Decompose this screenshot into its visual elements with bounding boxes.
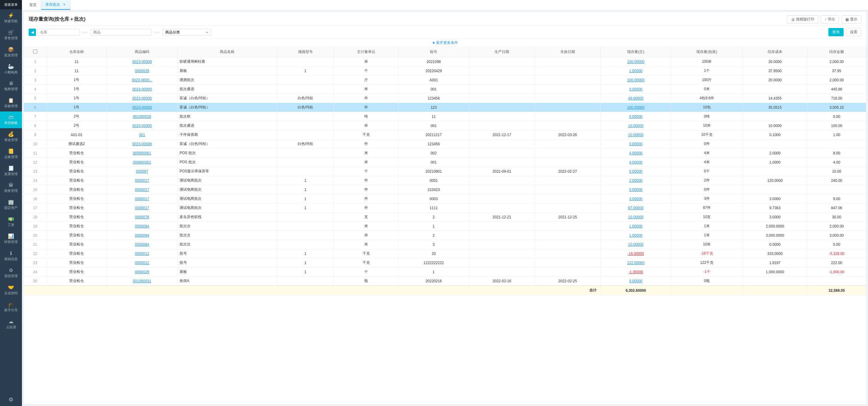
row-product-code[interactable]: 0023-00005 <box>106 94 178 103</box>
row-product-code[interactable]: 0000084 <box>106 222 178 231</box>
table-row[interactable]: 13 营业检仓 000097 POS显示率保异常 个 20210901 2021… <box>24 167 866 176</box>
product-input[interactable] <box>91 29 152 36</box>
row-qty-main[interactable]: 4.00000 <box>600 158 671 167</box>
table-row[interactable]: 17 营业检仓 0000017 测试电商批次 1 件 1111 87.00000… <box>24 203 866 212</box>
display-button[interactable]: ▦ 显示 <box>841 15 861 24</box>
row-qty-main[interactable]: 2.00000 <box>600 176 671 185</box>
table-row[interactable]: 4 1号 0023-00005 批次遴选 米 001 0.00000 0米 44… <box>24 85 866 94</box>
row-qty-main[interactable]: 10.00000 <box>600 212 671 222</box>
row-product-code[interactable]: 001000031 <box>106 276 178 286</box>
sidebar-item-purchase[interactable]: 📋 采购管理 <box>0 94 22 111</box>
row-product-code[interactable]: 0023-0000... <box>106 75 178 85</box>
row-qty-main[interactable]: 1.00000 <box>600 222 671 231</box>
table-row[interactable]: 7 2号 001000026 批次框 吨 11 0.00000 0吨 0.00 <box>24 112 866 121</box>
table-row[interactable]: 19 营业检仓 0000084 批次次 米 1 1.00000 1米 2,000… <box>24 222 866 231</box>
sidebar-item-wholesale[interactable]: 📦 批发管理 <box>0 43 22 61</box>
row-product-code[interactable]: 0000029 <box>106 267 178 276</box>
row-product-code[interactable]: 0023-00009 <box>106 57 178 66</box>
row-product-code[interactable]: 001 <box>106 130 178 139</box>
row-product-code[interactable]: 0000017 <box>106 194 178 203</box>
row-product-code[interactable]: 0000078 <box>106 212 178 222</box>
row-product-code[interactable]: 000097 <box>106 167 178 176</box>
sidebar-item-finance[interactable]: 💰 资金管理 <box>0 128 22 145</box>
sidebar-item-cloud[interactable]: ☁ 云应用 <box>0 315 22 333</box>
row-product-code[interactable]: 0000017 <box>106 176 178 185</box>
table-row[interactable]: 2 11 0000029 展板 1 个 20220429 1.00000 1个 … <box>24 66 866 75</box>
table-row[interactable]: 9 A01-01 001 子件保质期 千克 20211217 2021-12-1… <box>24 130 866 139</box>
sidebar-item-ecommerce-small[interactable]: 🦢 小鹅电商 <box>0 61 22 78</box>
sidebar-item-fixed-assets[interactable]: 🏢 固定资产 <box>0 196 22 213</box>
row-qty-main[interactable]: 0.00000 <box>600 139 671 149</box>
table-row[interactable]: 1 11 0023-00009 软硬通用树柱塞 米 2021098 100.00… <box>24 57 866 66</box>
table-row[interactable]: 3 1号 0023-0000... 测测批次 斤 A001 100.00000 … <box>24 75 866 85</box>
expand-conditions-btn[interactable]: ▼ 展开更多条件 <box>432 40 458 45</box>
table-row[interactable]: 5 1号 0023-00005 富诚（白色/珂桂） 白色/珂桂 件 123456… <box>24 94 866 103</box>
row-product-code[interactable]: 0000012 <box>106 249 178 258</box>
row-product-code[interactable]: 000900001 <box>106 149 178 158</box>
row-qty-main[interactable]: 100.00000 <box>600 103 671 112</box>
row-qty-main[interactable]: 122.00000 <box>600 258 671 267</box>
row-qty-main[interactable]: -1.00000 <box>600 267 671 276</box>
filter-collapse-btn[interactable]: ◀ <box>29 29 36 36</box>
table-row[interactable]: 20 营业检仓 0000084 批次次 米 2 1.00000 1米 3,000… <box>24 231 866 240</box>
row-product-code[interactable]: 0000084 <box>106 231 178 240</box>
row-product-code[interactable]: 0000017 <box>106 203 178 212</box>
row-product-code[interactable]: 0023-00005 <box>106 85 178 94</box>
row-qty-main[interactable]: 1.00000 <box>600 66 671 75</box>
row-qty-main[interactable]: 3.00000 <box>600 194 671 203</box>
row-qty-main[interactable]: 49.60000 <box>600 94 671 103</box>
table-row[interactable]: 25 营业检仓 001000031 鱼饵A 瓶 20220216 2022-02… <box>24 276 866 286</box>
row-qty-main[interactable]: 10.00000 <box>600 130 671 139</box>
sidebar-item-quicknav[interactable]: ⚡ 快捷导航 <box>0 9 22 27</box>
table-row[interactable]: 16 营业检仓 0000017 测试电商批次 1 件 0003 3.00000 … <box>24 194 866 203</box>
table-row[interactable]: 8 2号 0023-00005 批次遴选 米 001 10.00000 10米 … <box>24 121 866 130</box>
table-row[interactable]: 23 营业检仓 0000012 批号 1 千克 1222222222 122.0… <box>24 258 866 267</box>
sidebar-item-basic-info[interactable]: ℹ 基础信息 <box>0 247 22 264</box>
row-qty-main[interactable]: 0.00000 <box>600 185 671 194</box>
row-product-code[interactable]: 0000084 <box>106 240 178 249</box>
row-product-code[interactable]: 0023-00008 <box>106 103 178 112</box>
table-row[interactable]: 21 营业检仓 0000084 批次次 米 3 10.00000 10米 0.0… <box>24 240 866 249</box>
row-product-code[interactable]: 0023-00005 <box>106 121 178 130</box>
table-row[interactable]: 12 营业检仓 000900001 POS 批次 米 001 4.00000 4… <box>24 158 866 167</box>
row-product-code[interactable]: 001000026 <box>106 112 178 121</box>
tab-inventory-batch[interactable]: 库存批次 ✕ <box>41 0 70 10</box>
print-button[interactable]: 🖨 按模版打印 <box>787 15 818 24</box>
tab-home[interactable]: 首页 <box>25 1 41 9</box>
search-button[interactable]: 查询 <box>828 28 844 36</box>
table-row[interactable]: 22 营业检仓 0000012 批号 1 千克 33 -16.00000 -16… <box>24 249 866 258</box>
sidebar-settings[interactable]: ⚙ <box>0 393 22 406</box>
sidebar-item-ledger[interactable]: 📒 总账管理 <box>0 145 22 162</box>
row-qty-main[interactable]: 0.00000 <box>600 85 671 94</box>
row-qty-main[interactable]: 10.00000 <box>600 240 671 249</box>
row-product-code[interactable]: 0023-00008 <box>106 139 178 149</box>
sidebar-item-invoice[interactable]: 🧾 发票管理 <box>0 162 22 179</box>
table-row[interactable]: 11 营业检仓 000900001 POS 批次 米 002 4.00000 4… <box>24 149 866 158</box>
export-button[interactable]: ↑ 导出 <box>821 15 839 24</box>
table-row[interactable]: 14 营业检仓 0000017 测试电商批次 1 件 0001 2.00000 … <box>24 176 866 185</box>
row-qty-main[interactable]: 100.00000 <box>600 57 671 66</box>
sidebar-item-collab[interactable]: 🤝 企业协同 <box>0 281 22 299</box>
select-all-checkbox[interactable] <box>33 49 37 54</box>
row-qty-main[interactable]: -16.00000 <box>600 249 671 258</box>
table-row[interactable]: 6 1号 0023-00008 富诚（白色/珂桂） 白色/珂桂 件 123 10… <box>24 103 866 112</box>
table-row[interactable]: 10 测试遴选2 0023-00008 富诚（白色/珂桂） 白色/珂桂 件 12… <box>24 139 866 149</box>
sidebar-item-salary[interactable]: 💵 工资 <box>0 213 22 230</box>
row-qty-main[interactable]: 100.00000 <box>600 75 671 85</box>
row-qty-main[interactable]: 4.00000 <box>600 149 671 158</box>
table-row[interactable]: 18 营业检仓 0000078 多头异色软线 支 2 2021-12-21 20… <box>24 212 866 222</box>
settings-button[interactable]: 设置 <box>846 28 861 36</box>
sidebar-item-retail[interactable]: 🛒 零售管理 <box>0 27 22 43</box>
sidebar-item-operations[interactable]: 📊 经营管理 <box>0 230 22 247</box>
row-qty-main[interactable]: 10.00000 <box>600 121 671 130</box>
sidebar-item-guide[interactable]: 🎓 新手引导 <box>0 299 22 315</box>
sidebar-item-tax[interactable]: 🏛 税务管理 <box>0 179 22 196</box>
category-select[interactable]: 商品分类 <box>162 29 211 36</box>
row-qty-main[interactable]: 0.00000 <box>600 112 671 121</box>
row-product-code[interactable]: 0000012 <box>106 258 178 267</box>
row-qty-main[interactable]: 0.00000 <box>600 276 671 286</box>
sidebar-item-system[interactable]: ⚙ 系统管理 <box>0 264 22 281</box>
row-qty-main[interactable]: 0.00000 <box>600 167 671 176</box>
row-qty-main[interactable]: 1.00000 <box>600 231 671 240</box>
table-row[interactable]: 24 营业检仓 0000029 展板 1 个 1 -1.00000 -1个 1,… <box>24 267 866 276</box>
